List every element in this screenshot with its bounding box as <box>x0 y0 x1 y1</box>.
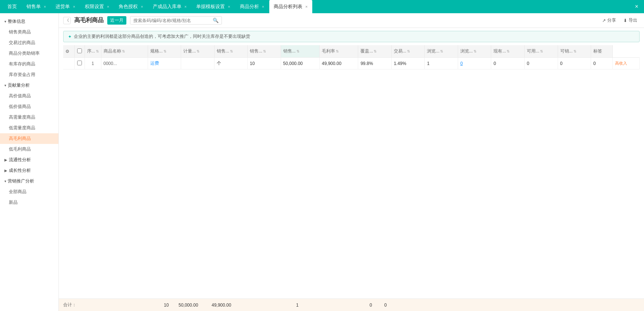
nav-sales-order[interactable]: 销售单 × <box>22 0 50 13</box>
col-profit-rate: 毛利率 ⇅ <box>320 45 358 58</box>
nav-product-inbound[interactable]: 产成品入库单 × <box>148 0 191 13</box>
sidebar-item-low-demand[interactable]: 低需量度商品 <box>0 123 58 133</box>
sort-icon-name[interactable]: ⇅ <box>122 49 125 53</box>
chevron-right-icon: ▶ <box>4 158 7 162</box>
col-tag: 标签 <box>591 45 613 58</box>
footer-current: 0 <box>367 303 382 308</box>
close-product-analysis-list[interactable]: × <box>305 4 307 9</box>
page-title: 高毛利商品 <box>74 17 104 24</box>
row-checkbox[interactable] <box>77 61 82 65</box>
sidebar-item-stocked-goods[interactable]: 有库存的商品 <box>0 59 58 69</box>
sidebar-collapse-button[interactable]: 《 <box>63 17 71 24</box>
data-table: ⚙ 序... ⇅ 商品名称 <box>63 45 640 69</box>
close-sales-order[interactable]: × <box>44 4 46 9</box>
sort-icon-unit[interactable]: ⇅ <box>197 49 199 53</box>
col-sales2: 销售... ⇅ <box>248 45 281 58</box>
sidebar-group-overall[interactable]: ▾ 整体信息 <box>0 16 58 27</box>
sidebar-item-high-demand[interactable]: 高需量度商品 <box>0 112 58 123</box>
nav-role-auth[interactable]: 角色授权 × <box>114 0 147 13</box>
chevron-down-icon-3: ▾ <box>4 179 6 183</box>
row-name[interactable]: 运费 <box>148 58 181 69</box>
row-spec <box>181 58 215 69</box>
export-button[interactable]: ⬇ 导出 <box>621 16 640 25</box>
row-sellable: 0 <box>591 58 613 69</box>
sidebar-group-contribution[interactable]: ▾ 贡献量分析 <box>0 80 58 91</box>
nav-product-analysis-list[interactable]: 商品分析列表 × <box>269 0 312 13</box>
share-button[interactable]: ↗ 分享 <box>600 16 618 25</box>
content-header: 《 高毛利商品 近一月 🔍 ↗ 分享 ⬇ 导出 <box>59 13 644 28</box>
row-code: 0000... <box>101 58 148 69</box>
sidebar-item-new-goods[interactable]: 新品 <box>0 197 58 208</box>
sidebar-group-growth[interactable]: ▶ 成长性分析 <box>0 165 58 176</box>
nav-home[interactable]: 首页 <box>3 0 21 13</box>
period-filter-button[interactable]: 近一月 <box>107 16 126 25</box>
sort-icon-trade[interactable]: ⇅ <box>407 49 410 53</box>
sidebar: ▾ 整体信息 销售类商品 交易过的商品 商品分类助销率 有库存的商品 库存资金占… <box>0 13 59 311</box>
col-unit: 计量... ⇅ <box>181 45 215 58</box>
sort-icon-s3[interactable]: ⇅ <box>296 49 299 53</box>
main-layout: ▾ 整体信息 销售类商品 交易过的商品 商品分类助销率 有库存的商品 库存资金占… <box>0 13 644 311</box>
sidebar-item-high-value[interactable]: 高价值商品 <box>0 91 58 101</box>
row-sales3: 49,900.00 <box>320 58 358 69</box>
search-icon[interactable]: 🔍 <box>213 18 219 23</box>
sort-icon-sell[interactable]: ⇅ <box>573 49 576 53</box>
select-all-checkbox[interactable] <box>77 48 82 53</box>
sidebar-group-marketing[interactable]: ▾ 营销推广分析 <box>0 176 58 187</box>
sort-icon-s2[interactable]: ⇅ <box>263 49 266 53</box>
search-input[interactable] <box>133 18 213 23</box>
col-spec: 规格... ⇅ <box>148 45 181 58</box>
row-available: 0 <box>558 58 591 69</box>
info-icon: ✦ <box>68 34 72 39</box>
sort-icon-b2[interactable]: ⇅ <box>474 49 476 53</box>
close-all-tabs-button[interactable]: × <box>632 2 641 11</box>
close-product-analysis[interactable]: × <box>262 4 264 9</box>
footer-sales1: 10 <box>162 303 176 308</box>
col-sales1: 销售... ⇅ <box>214 45 248 58</box>
sidebar-item-stock-capital[interactable]: 库存资金占用 <box>0 69 58 80</box>
row-browse2: 0 <box>491 58 525 69</box>
close-product-inbound[interactable]: × <box>184 4 187 9</box>
nav-purchase-order[interactable]: 进货单 × <box>51 0 79 13</box>
chevron-down-icon-2: ▾ <box>4 83 6 87</box>
nav-permission-settings[interactable]: 权限设置 × <box>80 0 114 13</box>
sidebar-group-circulation[interactable]: ▶ 流通性分析 <box>0 155 58 165</box>
close-role-auth[interactable]: × <box>141 4 143 9</box>
sidebar-item-traded-goods[interactable]: 交易过的商品 <box>0 37 58 48</box>
sort-icon-pr[interactable]: ⇅ <box>336 49 339 53</box>
table-wrapper: ⚙ 序... ⇅ 商品名称 <box>59 45 644 299</box>
content-area: 《 高毛利商品 近一月 🔍 ↗ 分享 ⬇ 导出 ✦ 企业的主要的利润都是这部 <box>59 13 644 311</box>
table-header-row: ⚙ 序... ⇅ 商品名称 <box>63 45 640 58</box>
sidebar-item-low-value[interactable]: 低价值商品 <box>0 101 58 112</box>
sort-icon-b1[interactable]: ⇅ <box>440 49 443 53</box>
sort-icon-cr[interactable]: ⇅ <box>374 49 377 53</box>
row-tag: 高收入 <box>612 58 639 69</box>
export-icon: ⬇ <box>623 18 627 23</box>
sort-icon-avail[interactable]: ⇅ <box>540 49 543 53</box>
col-settings[interactable]: ⚙ <box>63 45 74 58</box>
row-checkbox-cell[interactable] <box>74 58 84 69</box>
col-browse2: 浏览... ⇅ <box>458 45 491 58</box>
footer-sales3: 49,900.00 <box>209 303 242 308</box>
nav-product-analysis[interactable]: 商品分析 × <box>235 0 269 13</box>
close-template-settings[interactable]: × <box>228 4 230 9</box>
row-num: 1 <box>84 58 101 69</box>
sidebar-item-sales-goods[interactable]: 销售类商品 <box>0 27 58 37</box>
col-checkbox[interactable] <box>74 45 84 58</box>
settings-icon[interactable]: ⚙ <box>65 49 69 54</box>
close-purchase-order[interactable]: × <box>73 4 75 9</box>
sidebar-item-low-margin[interactable]: 低毛利商品 <box>0 144 58 155</box>
chevron-down-icon: ▾ <box>4 19 6 23</box>
sort-icon-spec[interactable]: ⇅ <box>163 49 166 53</box>
close-permission-settings[interactable]: × <box>107 4 109 9</box>
sort-icon[interactable]: ⇅ <box>96 49 99 53</box>
sidebar-item-category-rate[interactable]: 商品分类助销率 <box>0 48 58 59</box>
nav-template-settings[interactable]: 单据模板设置 × <box>192 0 234 13</box>
sidebar-item-high-margin[interactable]: 高毛利商品 <box>0 133 58 144</box>
table-row: 1 0000... 运费 个 10 50,000.00 49,900.00 99… <box>63 58 640 69</box>
sidebar-item-all-goods[interactable]: 全部商品 <box>0 187 58 197</box>
sort-icon-cur[interactable]: ⇅ <box>507 49 510 53</box>
sort-icon-s1[interactable]: ⇅ <box>230 49 233 53</box>
row-browse1[interactable]: 0 <box>458 58 491 69</box>
row-sales1: 10 <box>248 58 281 69</box>
row-cover-rate: 1.49% <box>391 58 425 69</box>
